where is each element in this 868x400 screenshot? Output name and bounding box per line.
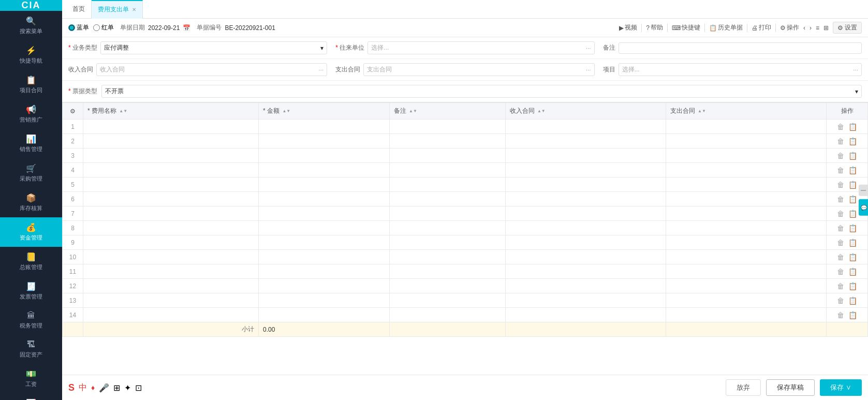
expense-contract-cell[interactable] [666, 221, 826, 235]
delete-icon[interactable]: 🗑 [837, 311, 844, 319]
project-dots[interactable]: ··· [853, 66, 858, 73]
amount-cell[interactable] [259, 192, 390, 206]
amount-cell[interactable] [259, 163, 390, 177]
sidebar-item-project-contract[interactable]: 📋 项目合同 [0, 70, 62, 99]
income-contract-cell[interactable] [505, 221, 666, 235]
sidebar-item-accounting[interactable]: 📒 总账管理 [0, 247, 62, 276]
expense-name-cell[interactable] [83, 206, 259, 221]
amount-cell[interactable] [259, 221, 390, 235]
delete-icon[interactable]: 🗑 [837, 297, 844, 305]
project-input[interactable]: 选择... ··· [619, 63, 862, 76]
delete-icon[interactable]: 🗑 [837, 195, 844, 203]
counterpart-dots[interactable]: ··· [586, 45, 591, 52]
expense-contract-cell[interactable] [666, 192, 826, 206]
delete-icon[interactable]: 🗑 [837, 282, 844, 290]
expense-contract-cell[interactable] [666, 264, 826, 279]
delete-icon[interactable]: 🗑 [837, 137, 844, 145]
expense-name-cell[interactable] [83, 264, 259, 279]
expense-contract-cell[interactable] [666, 206, 826, 221]
remark-cell[interactable] [389, 163, 505, 177]
copy-icon[interactable]: 📋 [848, 282, 857, 290]
help-btn[interactable]: ? 帮助 [646, 23, 663, 32]
expense-name-cell[interactable] [83, 177, 259, 192]
discard-button[interactable]: 放弃 [726, 379, 761, 396]
sidebar-item-operations[interactable]: 📈 经营管理 [0, 393, 62, 400]
copy-icon[interactable]: 📋 [848, 253, 857, 261]
delete-icon[interactable]: 🗑 [837, 224, 844, 232]
copy-icon[interactable]: 📋 [848, 268, 857, 276]
side-expand-btn[interactable]: | [859, 184, 868, 196]
expense-name-cell[interactable] [83, 120, 259, 134]
date-value[interactable]: 2022-09-21 [148, 24, 180, 32]
expense-contract-input[interactable]: 支出合同 ··· [363, 63, 594, 76]
remark-cell[interactable] [389, 134, 505, 149]
copy-icon[interactable]: 📋 [848, 181, 857, 189]
remark-cell[interactable] [389, 293, 505, 308]
income-contract-cell[interactable] [505, 149, 666, 163]
expense-contract-cell[interactable] [666, 308, 826, 322]
sort-income-contract[interactable]: ▲▼ [537, 109, 546, 113]
sidebar-item-quick-nav[interactable]: ⚡ 快捷导航 [0, 40, 62, 70]
sidebar-item-purchase[interactable]: 🛒 采购管理 [0, 158, 62, 188]
amount-cell[interactable] [259, 206, 390, 221]
tab-expense[interactable]: 费用支出单 ✕ [92, 0, 143, 19]
amount-cell[interactable] [259, 293, 390, 308]
red-bill-input[interactable] [93, 24, 100, 31]
mic-icon[interactable]: 🎤 [99, 383, 109, 393]
remark-cell[interactable] [389, 149, 505, 163]
remark-cell[interactable] [389, 308, 505, 322]
col-gear[interactable]: ⚙ [63, 103, 83, 120]
remark-cell[interactable] [389, 235, 505, 250]
delete-icon[interactable]: 🗑 [837, 239, 844, 247]
delete-icon[interactable]: 🗑 [837, 166, 844, 174]
blue-bill-radio[interactable]: 蓝单 [68, 23, 89, 32]
amount-cell[interactable] [259, 308, 390, 322]
sidebar-item-marketing[interactable]: 📢 营销推广 [0, 99, 62, 129]
history-btn[interactable]: 📋 历史单据 [709, 23, 743, 32]
diamond-icon[interactable]: ♦ [91, 383, 95, 392]
sort-expense-contract[interactable]: ▲▼ [698, 109, 706, 113]
expense-contract-cell[interactable] [666, 163, 826, 177]
amount-cell[interactable] [259, 149, 390, 163]
income-contract-cell[interactable] [505, 134, 666, 149]
amount-cell[interactable] [259, 264, 390, 279]
expense-contract-cell[interactable] [666, 235, 826, 250]
delete-icon[interactable]: 🗑 [837, 152, 844, 160]
remark-cell[interactable] [389, 206, 505, 221]
sidebar-item-sales[interactable]: 📊 销售管理 [0, 129, 62, 158]
zhong-icon[interactable]: 中 [79, 382, 87, 393]
copy-icon[interactable]: 📋 [848, 210, 857, 218]
settings-btn[interactable]: ⚙ 设置 [833, 22, 862, 34]
expense-contract-cell[interactable] [666, 149, 826, 163]
expense-name-cell[interactable] [83, 221, 259, 235]
print-btn[interactable]: 🖨 打印 [752, 23, 771, 32]
sidebar-item-fixed-assets[interactable]: 🏗 固定资产 [0, 335, 62, 364]
remark-cell[interactable] [389, 120, 505, 134]
remark-cell[interactable] [389, 177, 505, 192]
delete-icon[interactable]: 🗑 [837, 123, 844, 131]
remark-cell[interactable] [389, 264, 505, 279]
save-draft-button[interactable]: 保存草稿 [766, 379, 815, 396]
sidebar-item-search[interactable]: 🔍 搜索菜单 [0, 11, 62, 40]
expense-contract-cell[interactable] [666, 177, 826, 192]
delete-icon[interactable]: 🗑 [837, 210, 844, 218]
invoice-type-select[interactable]: 不开票 ▾ [101, 85, 862, 98]
delete-icon[interactable]: 🗑 [837, 253, 844, 261]
tab-home[interactable]: 首页 [66, 0, 92, 19]
income-contract-cell[interactable] [505, 250, 666, 264]
amount-cell[interactable] [259, 235, 390, 250]
sidebar-item-tax[interactable]: 🏛 税务管理 [0, 306, 62, 335]
copy-icon[interactable]: 📋 [848, 152, 857, 160]
copy-icon[interactable]: 📋 [848, 137, 857, 145]
amount-cell[interactable] [259, 250, 390, 264]
sidebar-item-funds[interactable]: 💰 资金管理 [0, 217, 62, 247]
view-grid-btn[interactable]: ⊞ [823, 24, 829, 32]
remark-input[interactable] [619, 42, 862, 54]
expense-name-cell[interactable] [83, 192, 259, 206]
sidebar-item-invoice[interactable]: 🧾 发票管理 [0, 276, 62, 306]
expense-name-cell[interactable] [83, 235, 259, 250]
copy-icon[interactable]: 📋 [848, 166, 857, 174]
income-contract-cell[interactable] [505, 206, 666, 221]
box-icon[interactable]: ⊡ [135, 383, 142, 393]
income-contract-cell[interactable] [505, 264, 666, 279]
